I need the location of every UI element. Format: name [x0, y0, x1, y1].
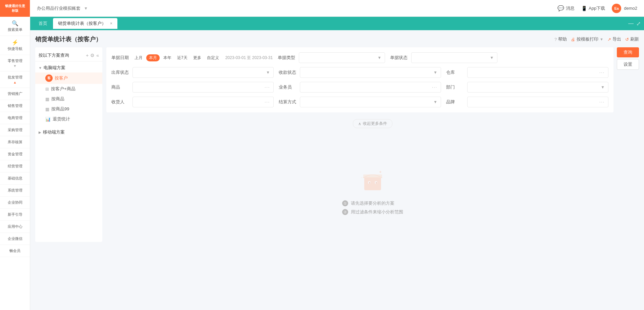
app-title: 办公用品行业模拟账套: [37, 5, 80, 11]
warehouse-label: 仓库: [446, 69, 465, 75]
sidebar-item-management[interactable]: 经营管理: [0, 160, 30, 172]
header-dropdown-icon[interactable]: ▼: [84, 6, 88, 11]
help-button[interactable]: ? 帮助: [554, 36, 567, 42]
filter-pay-status: 收款状态 ▼: [279, 67, 441, 78]
sidebar: 畅捷通好生意 标版 🔍 搜索菜单 ⚡ 快捷导航 零售管理 ▼ 批发管理 ▲ 营销…: [0, 0, 30, 310]
app-download-button[interactable]: 📱 App下载: [581, 5, 605, 11]
settlement-label: 结算方式: [279, 99, 297, 105]
sidebar-label-members: 畅会员: [9, 248, 20, 253]
scheme-panel: 按以下方案查询 + ⚙ « ▼ 电脑端方案 客: [35, 47, 102, 242]
scheme-item-goods99[interactable]: ▦ 按商品99: [35, 104, 102, 114]
goods-more-icon: ···: [265, 85, 270, 90]
date-tab-this-year[interactable]: 本年: [161, 54, 173, 61]
sidebar-item-members[interactable]: 畅会员: [0, 245, 30, 257]
scheme-item-return-stats[interactable]: 📊 退货统计: [35, 114, 102, 124]
user-name: demo2: [624, 6, 637, 11]
collapse-label: 收起更多条件: [363, 121, 387, 126]
tab-bar: 首页 销货单统计表（按客户） × — ⤢: [30, 17, 644, 30]
export-button[interactable]: ↗ 导出: [607, 36, 621, 42]
sidebar-item-marketing[interactable]: 营销推广: [0, 88, 30, 100]
date-tabs: 上月 本月 本年 近7天 更多 自定义: [132, 54, 221, 61]
date-tab-custom[interactable]: 自定义: [205, 54, 221, 61]
collapse-scheme-icon[interactable]: «: [96, 53, 99, 58]
sidebar-label-marketing: 营销推广: [8, 91, 22, 96]
department-dropdown-icon: ▼: [601, 85, 605, 90]
department-label: 部门: [446, 84, 465, 90]
tab-minimize-icon[interactable]: —: [628, 20, 634, 27]
warehouse-more-icon: ···: [599, 70, 605, 75]
sidebar-item-inventory[interactable]: 库存核算: [0, 136, 30, 148]
date-tab-more[interactable]: 更多: [191, 54, 203, 61]
scheme-item-label-returns: 退货统计: [53, 116, 70, 122]
date-tab-7days[interactable]: 近7天: [175, 54, 190, 61]
sidebar-label-system: 系统管理: [8, 188, 22, 193]
brand-input[interactable]: ···: [467, 97, 608, 107]
sidebar-item-wholesale[interactable]: 批发管理 ▲: [0, 71, 30, 88]
settlement-input[interactable]: ▼: [300, 97, 441, 107]
sidebar-label-sales: 销售管理: [8, 103, 22, 108]
date-label: 单据日期: [111, 55, 130, 61]
order-type-dropdown-icon: ▼: [377, 55, 381, 60]
collapse-button[interactable]: ∧ 收起更多条件: [353, 119, 392, 128]
settlement-dropdown-icon: ▼: [433, 100, 437, 104]
chevron-up-icon: ▲: [13, 81, 17, 84]
sidebar-item-enterprise[interactable]: 企业协同: [0, 197, 30, 209]
out-status-label: 出库状态: [111, 69, 130, 75]
tab-fullscreen-icon[interactable]: ⤢: [636, 20, 641, 27]
settings-scheme-icon[interactable]: ⚙: [90, 53, 95, 58]
sidebar-item-sales[interactable]: 销售管理: [0, 100, 30, 112]
svg-rect-0: [364, 177, 381, 190]
sidebar-item-search[interactable]: 🔍 搜索菜单: [0, 17, 30, 36]
filter-and-buttons: 单据日期 上月 本月 本年 近7天 更多 自定义 2023-03-01 至 20…: [106, 47, 639, 112]
sidebar-label-search: 搜索菜单: [8, 27, 22, 32]
sidebar-item-purchase[interactable]: 采购管理: [0, 124, 30, 136]
tab-active[interactable]: 销货单统计表（按客户） ×: [53, 18, 117, 29]
pay-status-input[interactable]: ▼: [300, 67, 441, 78]
scheme-item-by-customer[interactable]: 客 按客户: [35, 72, 102, 84]
sidebar-item-retail[interactable]: 零售管理 ▼: [0, 55, 30, 71]
sidebar-item-basics[interactable]: 基础信息: [0, 172, 30, 185]
avatar-initials: Ea: [614, 6, 619, 10]
scheme-group-desktop: ▼ 电脑端方案 客 按客户 ⊞ 按客户+商品 ▦ 按商品: [35, 61, 102, 126]
scheme-item-by-goods[interactable]: ▦ 按商品: [35, 94, 102, 104]
message-button[interactable]: 💬 消息: [557, 5, 575, 11]
department-input[interactable]: ▼: [467, 82, 608, 93]
order-type-input[interactable]: ▼: [299, 52, 385, 63]
sidebar-item-quick-nav[interactable]: ⚡ 快捷导航: [0, 36, 30, 55]
date-tab-last-month[interactable]: 上月: [132, 54, 145, 61]
out-status-input[interactable]: ▼: [132, 67, 274, 78]
tab-home[interactable]: 首页: [34, 18, 52, 29]
sidebar-item-wechat[interactable]: 企业微信: [0, 233, 30, 245]
sidebar-item-apps[interactable]: 应用中心: [0, 221, 30, 233]
header-left: 办公用品行业模拟账套 ▼: [37, 5, 88, 11]
scheme-group-mobile-header[interactable]: ▶ 移动端方案: [35, 127, 102, 137]
user-profile[interactable]: Ea demo2: [612, 4, 637, 13]
scheme-group-desktop-header[interactable]: ▼ 电脑端方案: [35, 63, 102, 72]
sidebar-item-ecommerce[interactable]: 电商管理: [0, 112, 30, 124]
sidebar-label-management: 经营管理: [8, 164, 22, 169]
order-type-label: 单据类型: [278, 55, 296, 61]
receiver-input[interactable]: ···: [132, 97, 274, 107]
scheme-item-label-customer-goods: 按客户+商品: [51, 86, 75, 92]
filter-row-1: 单据日期 上月 本月 本年 近7天 更多 自定义 2023-03-01 至 20…: [111, 52, 608, 63]
query-button[interactable]: 查询: [617, 47, 639, 57]
scheme-item-customer-goods[interactable]: ⊞ 按客户+商品: [35, 84, 102, 94]
sidebar-item-system[interactable]: 系统管理: [0, 185, 30, 197]
add-scheme-icon[interactable]: +: [86, 53, 89, 58]
collapse-bar: ∧ 收起更多条件: [106, 119, 639, 128]
refresh-button[interactable]: ↺ 刷新: [625, 36, 639, 42]
print-button[interactable]: 🖨 按模板打印 ▼: [571, 36, 603, 42]
salesperson-input[interactable]: ···: [300, 82, 441, 93]
goods-input[interactable]: ···: [132, 82, 274, 93]
tab-close-icon[interactable]: ×: [110, 21, 112, 26]
sidebar-item-finance[interactable]: 资金管理: [0, 148, 30, 160]
sidebar-item-guide[interactable]: 新手引导: [0, 209, 30, 221]
warehouse-input[interactable]: ···: [467, 67, 608, 78]
date-tab-this-month[interactable]: 本月: [146, 54, 160, 61]
help-icon: ?: [554, 37, 557, 42]
setting-button[interactable]: 设置: [617, 59, 639, 70]
avatar: Ea: [612, 4, 621, 13]
order-status-input[interactable]: ▼: [411, 52, 497, 63]
filter-department: 部门 ▼: [446, 82, 608, 93]
chevron-down-icon: ▼: [13, 64, 17, 68]
